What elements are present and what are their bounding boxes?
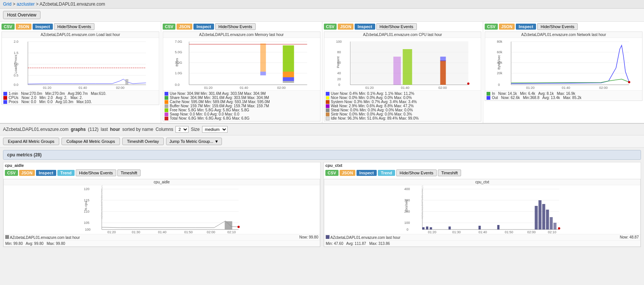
memory-json-button[interactable]: JSON xyxy=(177,24,192,30)
svg-text:01:40: 01:40 xyxy=(401,86,409,90)
svg-text:02:00: 02:00 xyxy=(277,86,286,90)
graphs-columns-select[interactable]: 1 2 3 4 xyxy=(175,126,189,133)
memory-legend-swap: Swap Now: 0.0 Min: 0.0 Avg: 0.0 Max: 0.0 xyxy=(170,112,239,116)
svg-text:Bytes/sec: Bytes/sec xyxy=(497,55,501,70)
jump-to-metric-button[interactable]: Jump To Metric Group... ▼ xyxy=(166,138,222,145)
cpu-ctxt-max: Max: 313.86 xyxy=(367,242,390,246)
host-overview-bar: Host Overview xyxy=(0,9,644,22)
cpu-aidle-inspect-button[interactable]: Inspect xyxy=(36,170,57,176)
svg-point-83 xyxy=(628,81,631,83)
svg-text:% cpu: % cpu xyxy=(84,201,88,210)
memory-csv-button[interactable]: CSV xyxy=(163,24,176,30)
cpu-csv-button[interactable]: CSV xyxy=(324,24,337,30)
collapse-all-button[interactable]: Collapse All Metric Groups xyxy=(61,138,120,145)
network-chart: AZcbetaLDAPL01.envazure.com Network last… xyxy=(485,32,643,101)
svg-text:01:50: 01:50 xyxy=(505,230,514,234)
memory-toolbar: CSV JSON Inspect Hide/Show Events xyxy=(163,23,321,30)
svg-text:02:00: 02:00 xyxy=(116,86,124,90)
cpu-json-button[interactable]: JSON xyxy=(338,24,353,30)
svg-rect-35 xyxy=(283,45,294,72)
svg-text:01:20: 01:20 xyxy=(428,230,437,234)
load-csv-button[interactable]: CSV xyxy=(1,24,15,30)
svg-text:120: 120 xyxy=(84,187,90,191)
svg-text:02:10: 02:10 xyxy=(228,230,236,234)
cpu-ctxt-hide-show-button[interactable]: Hide/Show Events xyxy=(396,170,437,176)
svg-rect-17 xyxy=(125,79,128,85)
cpu-hide-show-button[interactable]: Hide/Show Events xyxy=(376,23,417,30)
timeshift-overlay-button[interactable]: Timeshift Overlay xyxy=(122,138,164,145)
svg-rect-133 xyxy=(535,206,538,230)
load-legend-procs: Procs Now: 0.0 Min: 0.0 Avg:10.3m Max:10… xyxy=(9,100,92,104)
svg-text:01:40: 01:40 xyxy=(240,86,248,90)
memory-hide-show-button[interactable]: Hide/Show Events xyxy=(215,23,256,30)
cpu-ctxt-chart-svg: 400 300 200 100 0 ctxs/sec 01:20 01:30 0… xyxy=(324,185,640,234)
load-legend-cpus-color xyxy=(3,96,7,100)
network-json-button[interactable]: JSON xyxy=(499,24,515,30)
cpu-aidle-csv-button[interactable]: CSV xyxy=(5,170,18,176)
cpu-aidle-now: Now: 99.80 xyxy=(299,235,318,239)
breadcrumb-host: AZcbetaLDAPL01.envazure.com xyxy=(39,2,105,7)
svg-text:20: 20 xyxy=(337,77,341,81)
cpu-legend: User Now: 0.4% Min: 0.1% Avg: 1.1% Max: … xyxy=(324,90,481,121)
load-inspect-button[interactable]: Inspect xyxy=(33,24,53,30)
svg-text:400: 400 xyxy=(404,187,410,191)
memory-inspect-button[interactable]: Inspect xyxy=(193,24,214,30)
network-toolbar: CSV JSON Inspect Hide/Show Events xyxy=(485,23,643,30)
cpu-aidle-trend-button[interactable]: Trend xyxy=(57,170,75,176)
graphs-size-select[interactable]: small medium large xyxy=(202,126,228,133)
cpu-aidle-json-button[interactable]: JSON xyxy=(19,170,35,176)
cpu-ctxt-json-button[interactable]: JSON xyxy=(340,170,355,176)
svg-text:Loads/Procs: Loads/Procs xyxy=(14,54,18,74)
load-hide-show-button[interactable]: Hide/Show Events xyxy=(54,23,94,30)
overview-panels: CSV JSON Inspect Hide/Show Events AZcbet… xyxy=(0,22,644,124)
svg-rect-63 xyxy=(440,57,446,61)
expand-all-button[interactable]: Expand All Metric Groups xyxy=(3,138,59,145)
cpu-chart-title: AZcbetaLDAPL01.envazure.com CPU last hou… xyxy=(324,32,481,38)
graphs-columns-label: Columns xyxy=(156,127,173,132)
graphs-sorted: sorted by name xyxy=(122,127,153,132)
memory-chart: AZcbetaLDAPL01.envazure.com Memory last … xyxy=(163,32,321,122)
cpu-legend-steal: Steal Now: 0.0% Min: 0.0% Avg: 0.0% Max:… xyxy=(331,108,413,112)
cpu-legend-idle: Idle Now: 96.3% Min: 51.6% Avg: 89.4% Ma… xyxy=(331,116,419,120)
cpu-legend-system: System Now: 0.3% Min: 0.7% Avg: 3.4% Max… xyxy=(331,100,417,104)
cpu-aidle-min: Min: 99.80 xyxy=(5,242,23,246)
svg-text:80: 80 xyxy=(337,50,341,54)
network-hide-show-button[interactable]: Hide/Show Events xyxy=(537,23,578,30)
memory-panel: CSV JSON Inspect Hide/Show Events AZcbet… xyxy=(161,22,322,123)
cpu-ctxt-panel: cpu_ctxt CSV JSON Inspect Trend Hide/Sho… xyxy=(323,162,641,247)
svg-text:01:20: 01:20 xyxy=(43,86,51,90)
svg-point-139 xyxy=(558,227,560,230)
cpu-aidle-timeshift-button[interactable]: Timeshift xyxy=(117,170,141,176)
graphs-label: graphs xyxy=(71,127,86,132)
cpu-ctxt-inspect-button[interactable]: Inspect xyxy=(356,170,377,176)
cpu-toolbar: CSV JSON Inspect Hide/Show Events xyxy=(324,23,482,30)
svg-rect-41 xyxy=(260,72,266,75)
svg-text:01:40: 01:40 xyxy=(78,86,87,90)
load-json-button[interactable]: JSON xyxy=(16,24,31,30)
load-toolbar: CSV JSON Inspect Hide/Show Events xyxy=(1,23,159,30)
network-legend: In Now: 14.1k Min: 6.4k Avg: 8.1k Max: 1… xyxy=(485,90,642,100)
cpu-ctxt-csv-button[interactable]: CSV xyxy=(325,170,338,176)
memory-chart-title: AZcbetaLDAPL01.envazure.com Memory last … xyxy=(163,32,320,38)
svg-rect-128 xyxy=(426,226,428,230)
breadcrumb-grid[interactable]: Grid xyxy=(3,2,12,7)
svg-text:01:20: 01:20 xyxy=(204,86,213,90)
svg-text:100: 100 xyxy=(85,228,91,231)
svg-text:5.0G: 5.0G xyxy=(175,50,182,54)
svg-text:100: 100 xyxy=(404,221,410,225)
cpu-aidle-avg: Avg: 99.80 xyxy=(24,242,43,246)
svg-rect-132 xyxy=(497,225,500,230)
load-panel: CSV JSON Inspect Hide/Show Events AZcbet… xyxy=(0,22,161,123)
svg-rect-130 xyxy=(449,226,451,230)
host-overview-button[interactable]: Host Overview xyxy=(3,11,40,19)
breadcrumb-cluster[interactable]: azcluster xyxy=(16,2,34,7)
network-inspect-button[interactable]: Inspect xyxy=(516,24,536,30)
network-csv-button[interactable]: CSV xyxy=(485,24,498,30)
cpu-ctxt-timeshift-button[interactable]: Timeshift xyxy=(438,170,461,176)
cpu-inspect-button[interactable]: Inspect xyxy=(355,24,375,30)
network-chart-svg: 80k 60k 40k 20k 0 Bytes/sec 01:20 01:40 … xyxy=(485,38,642,90)
cpu-aidle-hide-show-button[interactable]: Hide/Show Events xyxy=(76,170,116,176)
network-panel: CSV JSON Inspect Hide/Show Events AZcbet… xyxy=(483,22,644,123)
svg-text:AZcbetaLDAPL01.envazure.com: AZcbetaLDAPL01.envazure.com xyxy=(421,185,424,219)
cpu-ctxt-trend-button[interactable]: Trend xyxy=(378,170,395,176)
